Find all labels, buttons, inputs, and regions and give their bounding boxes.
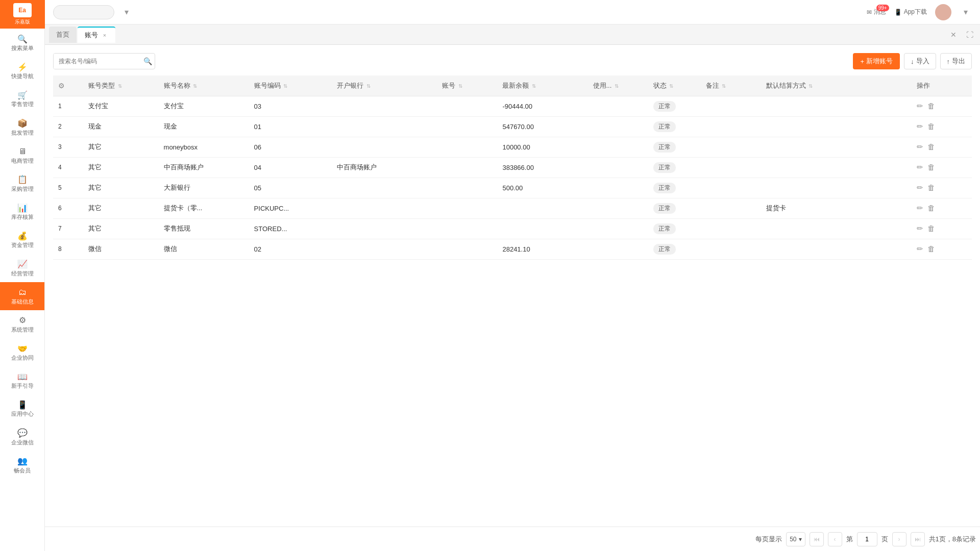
delete-button[interactable]: 🗑: [927, 204, 935, 213]
col-status-label: 状态: [653, 82, 667, 89]
search-button[interactable]: 🔍: [140, 53, 155, 69]
prev-page-button[interactable]: ‹: [828, 532, 842, 546]
sidebar-item-search[interactable]: 🔍 搜索菜单: [0, 29, 44, 57]
tab-home[interactable]: 首页: [49, 27, 77, 43]
edit-button[interactable]: ✏: [917, 183, 923, 192]
delete-button[interactable]: 🗑: [927, 163, 935, 172]
col-remark[interactable]: 备注 ⇅: [701, 76, 761, 96]
edit-button[interactable]: ✏: [917, 163, 923, 172]
row-type: 现金: [83, 116, 159, 137]
col-name[interactable]: 账号名称 ⇅: [159, 76, 249, 96]
search-input[interactable]: [54, 54, 140, 69]
sidebar-item-label: 经营管理: [11, 270, 34, 277]
col-balance[interactable]: 最新余额 ⇅: [497, 76, 587, 96]
tab-close-icon[interactable]: ×: [101, 32, 108, 39]
sidebar-item-system[interactable]: ⚙ 系统管理: [0, 310, 44, 338]
next-page-button[interactable]: ›: [892, 532, 906, 546]
sidebar-item-wechat[interactable]: 💬 企业微信: [0, 423, 44, 451]
sidebar-item-label: 搜索菜单: [11, 45, 34, 52]
row-default-settle: [761, 239, 912, 259]
sidebar-item-retail[interactable]: 🛒 零售管理: [0, 85, 44, 113]
row-balance: 383866.00: [497, 157, 587, 178]
message-button[interactable]: ✉ 消息 99+: [867, 8, 886, 16]
import-button[interactable]: ↓ 导入: [904, 53, 936, 69]
last-page-button[interactable]: ⏭: [911, 532, 925, 546]
row-account: [437, 198, 497, 218]
sidebar-item-apps[interactable]: 📱 应用中心: [0, 394, 44, 422]
sidebar-item-finance[interactable]: 💰 资金管理: [0, 226, 44, 254]
edit-button[interactable]: ✏: [917, 204, 923, 213]
col-settings[interactable]: ⚙: [53, 76, 83, 96]
app-download-button[interactable]: 📱 App下载: [894, 8, 927, 16]
col-type[interactable]: 账号类型 ⇅: [83, 76, 159, 96]
row-code: 03: [249, 96, 332, 116]
delete-button[interactable]: 🗑: [927, 122, 935, 131]
tab-account[interactable]: 账号 ×: [78, 27, 115, 43]
app-icon: 📱: [894, 9, 902, 16]
row-bank: [332, 218, 437, 239]
row-default-settle: [761, 116, 912, 137]
sidebar-item-basic[interactable]: 🗂 基础信息: [0, 282, 44, 310]
sidebar-item-wholesale[interactable]: 📦 批发管理: [0, 113, 44, 141]
row-code: 06: [249, 137, 332, 157]
row-code: 05: [249, 178, 332, 198]
lightning-icon: ⚡: [17, 62, 28, 72]
edit-button[interactable]: ✏: [917, 122, 923, 131]
row-name: 微信: [159, 239, 249, 259]
col-account-label: 账号: [442, 82, 455, 89]
tab-close-all-button[interactable]: ✕: [947, 29, 960, 41]
money-icon: 💰: [17, 231, 28, 241]
tab-home-label: 首页: [56, 30, 69, 39]
col-status[interactable]: 状态 ⇅: [648, 76, 701, 96]
sidebar-item-quicknav[interactable]: ⚡ 快捷导航: [0, 57, 44, 85]
table-row: 8 微信 微信 02 28241.10 正常 ✏ 🗑: [53, 239, 972, 259]
logo-text: 乐嘉版: [15, 18, 30, 26]
col-usage[interactable]: 使用... ⇅: [588, 76, 648, 96]
edit-button[interactable]: ✏: [917, 142, 923, 152]
row-code: 02: [249, 239, 332, 259]
delete-button[interactable]: 🗑: [927, 183, 935, 192]
row-account: [437, 239, 497, 259]
message-icon: ✉: [867, 9, 872, 16]
user-dropdown-icon[interactable]: ▾: [960, 6, 972, 18]
table-row: 7 其它 零售抵现 STORED... 正常 ✏ 🗑: [53, 218, 972, 239]
row-balance: [497, 198, 587, 218]
col-bank[interactable]: 开户银行 ⇅: [332, 76, 437, 96]
row-actions: ✏ 🗑: [912, 116, 972, 137]
sidebar-item-agreement[interactable]: 🤝 企业协同: [0, 338, 44, 366]
edit-button[interactable]: ✏: [917, 224, 923, 233]
export-button[interactable]: ↑ 导出: [940, 53, 972, 69]
col-code[interactable]: 账号编码 ⇅: [249, 76, 332, 96]
page-number-input[interactable]: [857, 532, 877, 546]
row-type: 其它: [83, 157, 159, 178]
row-name: 支付宝: [159, 96, 249, 116]
user-avatar[interactable]: [935, 4, 951, 20]
delete-button[interactable]: 🗑: [927, 142, 935, 152]
row-remark: [701, 178, 761, 198]
sidebar-item-label: 批发管理: [11, 130, 34, 136]
delete-button[interactable]: 🗑: [927, 102, 935, 111]
sidebar-item-purchase[interactable]: 📋 采购管理: [0, 169, 44, 197]
first-page-button[interactable]: ⏮: [810, 532, 824, 546]
add-account-button[interactable]: + 新增账号: [853, 53, 900, 69]
top-search-input[interactable]: [53, 5, 114, 19]
search-icon: 🔍: [17, 34, 28, 44]
dropdown-icon[interactable]: ▾: [120, 6, 133, 18]
row-code: PICKUPC...: [249, 198, 332, 218]
sidebar-item-ecommerce[interactable]: 🖥 电商管理: [0, 141, 44, 169]
sidebar-item-operations[interactable]: 📈 经营管理: [0, 254, 44, 282]
sidebar-item-guide[interactable]: 📖 新手引导: [0, 366, 44, 394]
page-size-select[interactable]: 50 ▾: [786, 532, 805, 546]
row-usage: [588, 239, 648, 259]
delete-button[interactable]: 🗑: [927, 224, 935, 233]
edit-button[interactable]: ✏: [917, 102, 923, 111]
edit-button[interactable]: ✏: [917, 244, 923, 254]
table-row: 1 支付宝 支付宝 03 -90444.00 正常 ✏ 🗑: [53, 96, 972, 116]
col-account[interactable]: 账号 ⇅: [437, 76, 497, 96]
delete-button[interactable]: 🗑: [927, 244, 935, 254]
sidebar-item-inventory[interactable]: 📊 库存核算: [0, 197, 44, 226]
sidebar-item-label: 快捷导航: [11, 73, 34, 80]
tab-expand-button[interactable]: ⛶: [964, 29, 976, 41]
col-default-settle[interactable]: 默认结算方式 ⇅: [761, 76, 912, 96]
sidebar-item-members[interactable]: 👥 畅会员: [0, 451, 44, 479]
